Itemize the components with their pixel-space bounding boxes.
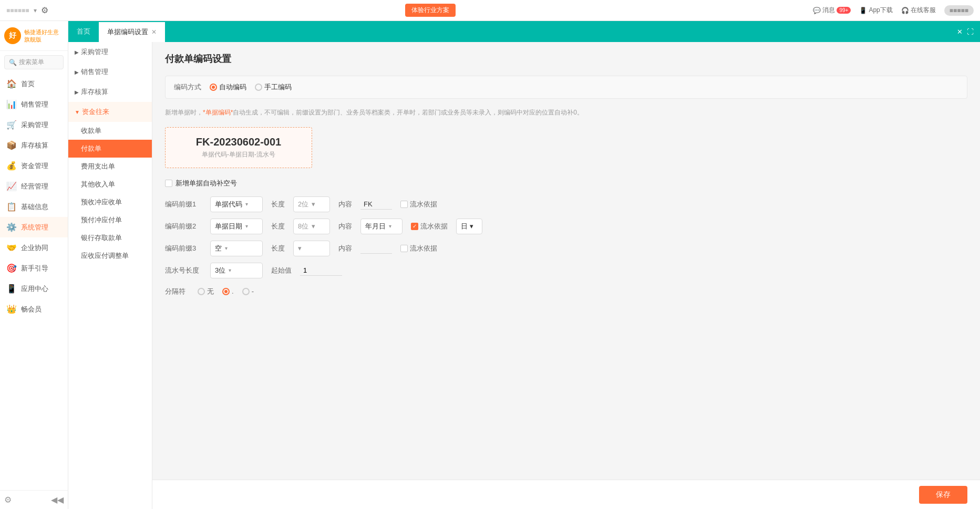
length2-select[interactable]: 8位 ▾ <box>293 219 330 234</box>
menu-item-receipt[interactable]: 收款单 <box>68 122 152 140</box>
auto-encode-option[interactable]: 自动编码 <box>210 82 246 92</box>
preview-code: FK-20230602-001 <box>178 136 299 148</box>
prefix3-chevron-icon: ▾ <box>225 245 228 251</box>
menu-item-payment[interactable]: 付款单 <box>68 140 152 158</box>
sep-dash-option[interactable]: - <box>242 287 254 295</box>
length3-select[interactable]: ▾ <box>293 241 330 256</box>
sidebar-nav: 🏠 首页 📊 销售管理 🛒 采购管理 📦 库存核算 💰 资金管理 📈 经 <box>0 74 68 490</box>
tab-serial-setting[interactable]: 单据编码设置 ✕ <box>99 21 165 42</box>
app-download-link[interactable]: 📱 App下载 <box>859 6 892 15</box>
prefix2-select[interactable]: 单据日期 ▾ <box>210 219 263 234</box>
auto-encode-radio[interactable] <box>210 84 217 91</box>
sidebar-search-area: 🔍 搜索菜单 <box>0 51 68 74</box>
waterflow1-label: 流水依据 <box>410 200 437 209</box>
encoding-radio-group: 自动编码 手工编码 <box>210 82 292 92</box>
waterflow3-label: 流水依据 <box>410 244 437 253</box>
save-button[interactable]: 保存 <box>919 486 967 504</box>
sidebar-item-system[interactable]: ⚙️ 系统管理 <box>0 217 68 237</box>
top-bar: ■■■■■■ ▾ ⚙ 体验行业方案 💬 消息 99+ 📱 App下载 🎧 在线客… <box>0 0 980 21</box>
experience-button[interactable]: 体验行业方案 <box>405 4 456 17</box>
sep-dash-radio[interactable] <box>242 288 250 295</box>
online-service-link[interactable]: 🎧 在线客服 <box>901 6 936 15</box>
sidebar-item-enterprise[interactable]: 🤝 企业协同 <box>0 237 68 258</box>
waterflow1-checkbox[interactable] <box>400 201 408 208</box>
menu-purchase[interactable]: ▶ 采购管理 <box>68 42 152 62</box>
form-section: 编码前缀1 单据代码 ▾ 长度 2位 ▾ 内容 <box>165 196 967 256</box>
prefix2-label: 编码前缀2 <box>165 222 202 231</box>
sidebar-logo: 好 畅捷通好生意 旗舰版 <box>0 21 68 51</box>
sep-none-radio[interactable] <box>198 288 205 295</box>
chevron-down-icon[interactable]: ▾ <box>34 7 37 14</box>
sidebar-bottom: ⚙ ◀◀ <box>0 490 68 509</box>
content2-select[interactable]: 年月日 ▾ <box>360 219 403 234</box>
sidebar-item-sales[interactable]: 📊 销售管理 <box>0 94 68 115</box>
sidebar-item-label: 应用中心 <box>21 284 48 294</box>
sidebar-item-label: 首页 <box>21 79 35 89</box>
serial-length-select[interactable]: 3位 ▾ <box>210 263 263 278</box>
search-menu-button[interactable]: 🔍 搜索菜单 <box>4 55 64 69</box>
sidebar-item-home[interactable]: 🏠 首页 <box>0 74 68 94</box>
sidebar-item-operation[interactable]: 📈 经营管理 <box>0 176 68 196</box>
sidebar-item-purchase[interactable]: 🛒 采购管理 <box>0 115 68 135</box>
menu-item-other-income[interactable]: 其他收入单 <box>68 175 152 193</box>
message-link[interactable]: 💬 消息 99+ <box>813 6 851 15</box>
sep-dot-radio[interactable] <box>222 288 230 295</box>
sidebar-item-label: 采购管理 <box>21 120 48 130</box>
sidebar-item-finance[interactable]: 💰 资金管理 <box>0 155 68 176</box>
maximize-icon[interactable]: ⛶ <box>967 28 974 36</box>
menu-sales[interactable]: ▶ 销售管理 <box>68 62 152 82</box>
content1-input[interactable] <box>360 199 392 210</box>
tab-close-icon[interactable]: ✕ <box>151 28 157 36</box>
sep-dot-label: . <box>232 287 234 295</box>
collapse-sidebar-icon[interactable]: ◀◀ <box>51 495 64 505</box>
length2-chevron-icon: ▾ <box>312 222 315 230</box>
auto-encode-label: 自动编码 <box>219 82 246 92</box>
tab-home[interactable]: 首页 <box>68 21 99 42</box>
menu-item-prepaid-recv[interactable]: 预收冲应收单 <box>68 193 152 211</box>
sidebar-item-basic[interactable]: 📋 基础信息 <box>0 196 68 217</box>
sidebar-item-label: 企业协同 <box>21 243 48 253</box>
manual-encode-option[interactable]: 手工编码 <box>255 82 292 92</box>
prefix3-select[interactable]: 空 ▾ <box>210 241 263 256</box>
auto-fill-label: 新增单据自动补空号 <box>176 179 237 188</box>
user-avatar[interactable]: ■■■■■ <box>944 5 974 16</box>
menu-item-bank[interactable]: 银行存取款单 <box>68 229 152 247</box>
sidebar-item-member[interactable]: 👑 畅会员 <box>0 299 68 319</box>
auto-fill-row: 新增单据自动补空号 <box>165 179 967 188</box>
manual-encode-radio[interactable] <box>255 84 262 91</box>
waterflow3-checkbox[interactable] <box>400 245 408 252</box>
day-select[interactable]: 日 ▾ <box>456 219 482 234</box>
content3-input[interactable] <box>360 243 392 254</box>
settings-icon[interactable]: ⚙ <box>41 5 48 15</box>
menu-item-expense[interactable]: 费用支出单 <box>68 158 152 175</box>
serial-length-value: 3位 <box>215 266 225 275</box>
sidebar-item-app[interactable]: 📱 应用中心 <box>0 278 68 299</box>
length1-value: 2位 <box>298 200 308 209</box>
menu-inventory[interactable]: ▶ 库存核算 <box>68 82 152 102</box>
minimize-icon[interactable]: ✕ <box>957 28 963 36</box>
prefix1-select[interactable]: 单据代码 ▾ <box>210 196 263 212</box>
settings-gear-icon[interactable]: ⚙ <box>4 495 12 505</box>
sep-dot-option[interactable]: . <box>222 287 234 295</box>
auto-fill-checkbox[interactable] <box>165 180 172 187</box>
tab-serial-setting-label: 单据编码设置 <box>107 27 148 37</box>
waterflow2-checkbox[interactable]: ✓ <box>411 223 418 230</box>
menu-item-ar-ap[interactable]: 应收应付调整单 <box>68 247 152 265</box>
sidebar-item-guide[interactable]: 🎯 新手引导 <box>0 258 68 278</box>
menu-capital[interactable]: ▼ 资金往来 <box>68 102 152 122</box>
menu-item-prepaid-pay[interactable]: 预付冲应付单 <box>68 211 152 229</box>
sidebar-item-label: 资金管理 <box>21 161 48 171</box>
second-level-menu: ▶ 采购管理 ▶ 销售管理 ▶ 库存核算 ▼ 资金往来 <box>68 42 152 509</box>
sales-icon: 📊 <box>6 99 17 109</box>
start-value-input[interactable] <box>300 265 342 276</box>
separator-row: 分隔符 无 . <box>165 287 967 296</box>
purchase-icon: 🛒 <box>6 120 17 130</box>
operation-icon: 📈 <box>6 181 17 191</box>
content2-value: 年月日 <box>365 222 386 231</box>
sep-none-option[interactable]: 无 <box>198 287 214 296</box>
day-value: 日 <box>461 222 468 231</box>
length1-select[interactable]: 2位 ▾ <box>293 196 330 212</box>
guide-icon: 🎯 <box>6 263 17 273</box>
day-chevron-icon: ▾ <box>470 222 473 230</box>
sidebar-item-inventory[interactable]: 📦 库存核算 <box>0 135 68 155</box>
